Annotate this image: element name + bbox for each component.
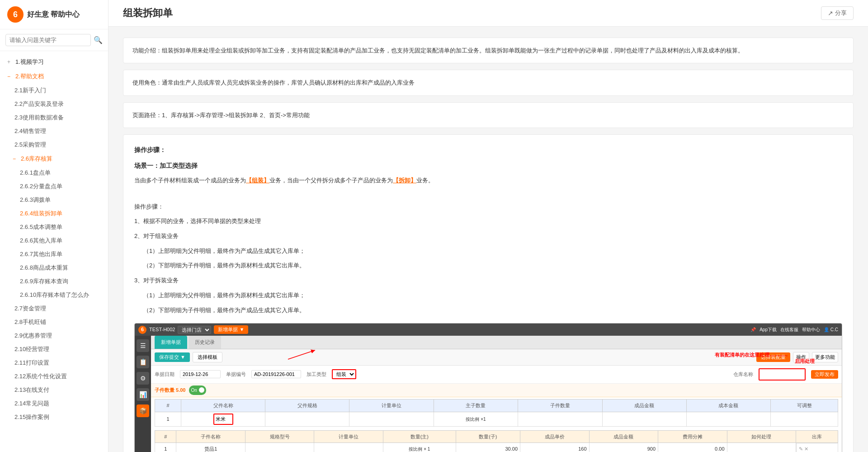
step3-2: （2）下部明细为子件明细，最终作为产成品生成其它入库单。	[143, 305, 842, 316]
step2-1: （1）上部明细为父件明细，最终作为产成品生成其它入库单；	[143, 246, 842, 257]
row-del-1[interactable]: ✕	[804, 444, 808, 452]
new-doc-btn[interactable]: 新增单据 ▼	[214, 325, 248, 334]
page-title: 组装拆卸单	[123, 6, 173, 20]
content-area: 功能介绍：组装拆卸单用来处理企业组装或拆卸等加工业务，支持有固定装配清单的产品加…	[108, 27, 868, 452]
search-box[interactable]: 🔍	[0, 29, 108, 51]
arrow-line-1	[769, 356, 788, 356]
tab-history[interactable]: 历史记录	[189, 336, 221, 349]
sidebar-item-personalize[interactable]: 2.12系统个性化设置	[0, 370, 108, 383]
annotation-enable: 启用处理	[795, 357, 815, 366]
sidebar-item-inventory-error[interactable]: 2.6.10库存账本错了怎么办	[0, 288, 108, 302]
number-input[interactable]	[251, 370, 301, 378]
window-select[interactable]: 选择门店	[178, 326, 211, 334]
sidebar: 6 好生意 帮助中心 🔍 + 1.视频学习 − 2.帮助文档 2.1新手入门 2…	[0, 0, 108, 452]
table-row: 1 按比例 ×1	[155, 412, 838, 426]
expand-icon: +	[7, 59, 13, 65]
left-icon-bar: ☰ 📋 ⚙ 📊 📦	[135, 336, 151, 452]
parent-name-input[interactable]	[214, 416, 232, 422]
expand-icon-active: −	[7, 73, 13, 80]
window-id: TEST-H002	[149, 325, 175, 334]
nav-icon-3[interactable]: ⚙	[137, 372, 149, 385]
app-icon-4: 帮助中心	[802, 325, 820, 334]
warehouse-label: 仓库名称	[733, 370, 753, 379]
main-panel: 组装拆卸单 ↗ 分享 功能介绍：组装拆卸单用来处理企业组装或拆卸等加工业务，支持…	[108, 0, 868, 452]
warehouse-input-wrapper	[759, 368, 806, 381]
parent-table-header: # 父件名称 父件规格 计量单位 主子数量 子件数量 成品金额 成本金额	[155, 399, 838, 412]
more-btn[interactable]: 更多功能	[812, 352, 838, 362]
sidebar-item-install[interactable]: 2.2产品安装及登录	[0, 97, 108, 111]
nav-icon-1[interactable]: ☰	[137, 339, 149, 352]
sidebar-item-faq[interactable]: 2.14常见问题	[0, 397, 108, 410]
sidebar-item-sales[interactable]: 2.4销售管理	[0, 124, 108, 138]
window-body: ☰ 📋 ⚙ 📊 📦 新增单据 历史记录	[135, 336, 842, 452]
sidebar-item-help-docs[interactable]: − 2.帮助文档	[0, 69, 108, 84]
window-logo: 6	[138, 326, 146, 334]
sidebar-item-video-learning[interactable]: + 1.视频学习	[0, 55, 108, 69]
ops-title: 操作步骤：	[134, 144, 842, 156]
search-input[interactable]	[5, 34, 91, 46]
switch-row: 子件数量 5.00 On	[151, 384, 842, 397]
app-icon-1: 📌	[750, 325, 756, 334]
sidebar-item-inventory[interactable]: − 2.6库存核算	[0, 152, 108, 166]
sidebar-item-operation[interactable]: 2.10经营管理	[0, 343, 108, 356]
save-submit-btn[interactable]: 保存提交 ▼	[155, 352, 190, 362]
toggle-switch[interactable]: On	[189, 385, 206, 395]
search-icon[interactable]: 🔍	[94, 36, 103, 44]
confirm-btn[interactable]: 立即发布	[811, 370, 838, 379]
sidebar-item-inventory-query[interactable]: 2.6.9库存账本查询	[0, 275, 108, 288]
date-input[interactable]	[180, 370, 221, 378]
app-icon-3: 在线客服	[780, 325, 798, 334]
sub-parts-label: 子件数量 5.00	[155, 385, 185, 395]
step3-1: （1）上部明细为父件明细，最终作为原材料生成其它出库单；	[143, 290, 842, 301]
sidebar-item-cost-adjust[interactable]: 2.6.5成本调整单	[0, 220, 108, 234]
sidebar-item-transfer[interactable]: 2.6.3调拨单	[0, 193, 108, 207]
sidebar-item-coupon[interactable]: 2.9优惠券管理	[0, 329, 108, 343]
sidebar-logo: 6 好生意 帮助中心	[0, 0, 108, 29]
sidebar-item-mobile[interactable]: 2.8手机旺铺	[0, 315, 108, 329]
intro-text: 功能介绍：组装拆卸单用来处理企业组装或拆卸等加工业务，支持有固定装配清单的产品加…	[132, 47, 744, 54]
app-mock-window: 6 TEST-H002 选择门店 新增单据 ▼ 📌 App下载 在线客服 帮助中…	[134, 323, 842, 452]
warehouse-input[interactable]	[760, 371, 805, 378]
share-button[interactable]: ↗ 分享	[821, 6, 854, 20]
assembly-link[interactable]: 【组装】	[246, 177, 269, 184]
nav-icon-2[interactable]: 📋	[137, 356, 149, 368]
app-logo-icon: 6	[7, 6, 24, 23]
user-avatar: 👤 C.C	[824, 325, 838, 334]
sidebar-item-purchase[interactable]: 2.5采购管理	[0, 138, 108, 152]
step2-2: （2）下部明细为子件明细，最终作为原材料生成其它出库单。	[143, 260, 842, 271]
step1: 1、根据不同的业务，选择不同单据的类型来处理	[134, 216, 842, 227]
doc-form: 单据日期 单据编号 组装业务、拆卸业务在这里切换 加工类型 组装	[151, 366, 842, 384]
sidebar-item-cases[interactable]: 2.15操作案例	[0, 410, 108, 424]
select-template-btn[interactable]: 选择模板	[193, 352, 222, 362]
sidebar-item-print[interactable]: 2.11打印设置	[0, 356, 108, 370]
window-topbar: 6 TEST-H002 选择门店 新增单据 ▼	[138, 325, 248, 334]
sidebar-item-data-prep[interactable]: 2.3使用前数据准备	[0, 111, 108, 124]
role-text: 使用角色：通常由生产人员或库管人员完成拆装业务的操作，库管人员确认原材料的出库和…	[132, 79, 415, 86]
disassembly-link[interactable]: 【拆卸】	[393, 177, 416, 184]
type-select-wrapper: 组装 拆卸	[332, 369, 356, 379]
nav-icon-4[interactable]: 📊	[137, 388, 149, 401]
step3: 3、对于拆装业务	[134, 275, 842, 286]
app-icon-2: App下载	[760, 325, 777, 334]
sidebar-item-stocktake[interactable]: 2.6.1盘点单	[0, 166, 108, 180]
type-label: 加工类型	[307, 370, 326, 379]
content-block: 操作步骤： 场景一：加工类型选择 当由多个子件材料组装成一个成品的业务为【组装】…	[123, 134, 854, 452]
nav-icon-5[interactable]: 📦	[137, 404, 149, 417]
doc-tabs: 新增单据 历史记录	[151, 336, 842, 349]
tab-new-doc[interactable]: 新增单据	[155, 336, 187, 349]
type-select[interactable]: 组装 拆卸	[333, 370, 355, 378]
path-block: 页面路径：1、库存核算->库存管理->组装拆卸单 2、首页->常用功能	[123, 102, 854, 128]
sidebar-item-online-pay[interactable]: 2.13在线支付	[0, 383, 108, 397]
sidebar-item-other-out[interactable]: 2.6.7其他出库单	[0, 247, 108, 261]
page-header: 组装拆卸单 ↗ 分享	[108, 0, 868, 27]
row-edit-1[interactable]: ✎	[799, 444, 803, 452]
sidebar-item-finance[interactable]: 2.7资金管理	[0, 302, 108, 315]
sidebar-item-other-in[interactable]: 2.6.6其他入库单	[0, 234, 108, 247]
bottom-table-wrapper: 无固定清单可以随意填写录入 # 子件名称 规格型号 计量单位 数量	[151, 428, 842, 452]
sidebar-item-cost-recalc[interactable]: 2.6.8商品成本重算	[0, 261, 108, 275]
sidebar-item-partial-stocktake[interactable]: 2.6.2分量盘点单	[0, 180, 108, 193]
sidebar-item-newcomer[interactable]: 2.1新手入门	[0, 84, 108, 97]
sidebar-item-assembly[interactable]: 2.6.4组装拆卸单	[0, 207, 108, 220]
table-row: 1 货品1 按比例 × 1 30.00 160 900	[155, 443, 838, 452]
child-table-header: # 子件名称 规格型号 计量单位 数量(主) 数量(子) 成品单价 成品金额	[155, 430, 838, 443]
